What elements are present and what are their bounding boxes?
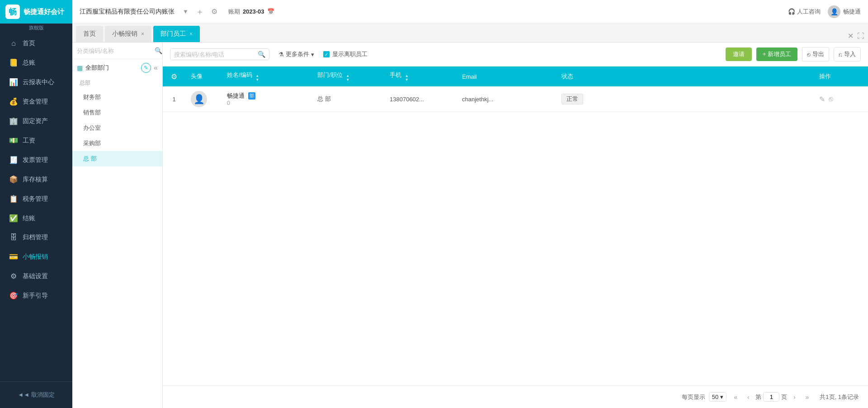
table-settings-icon[interactable]: ⚙ xyxy=(171,73,177,81)
last-page-button[interactable]: » xyxy=(802,392,812,403)
dept-sort-icon[interactable]: ▲▼ xyxy=(346,74,349,82)
calendar-icon[interactable]: 📅 xyxy=(267,8,274,15)
table-header-row: ⚙ 头像 姓名/编码 ▲▼ 部门/职位 ▲▼ xyxy=(163,66,868,86)
dept-node-office[interactable]: 办公室 xyxy=(72,120,162,136)
dept-group-label: 总部 xyxy=(72,76,162,90)
employee-search-icon[interactable]: 🔍 xyxy=(258,51,265,58)
sidebar-item-ledger[interactable]: 📒 总账 xyxy=(0,53,72,72)
delete-button[interactable]: ⎋ xyxy=(829,95,833,104)
sidebar-item-inventory[interactable]: 📦 库存核算 xyxy=(0,170,72,189)
app-name: 畅捷通好会计 xyxy=(24,8,64,16)
employee-table-container: ⚙ 头像 姓名/编码 ▲▼ 部门/职位 ▲▼ xyxy=(163,66,868,385)
sidebar-item-salary[interactable]: 💵 工资 xyxy=(0,131,72,150)
dept-node-general-label: 总 部 xyxy=(83,155,97,162)
tab-dept-employee[interactable]: 部门员工 × xyxy=(153,26,200,42)
page-size-label: 每页显示 xyxy=(682,393,705,401)
page-size-dropdown-icon: ▾ xyxy=(720,394,723,400)
page-unit: 页 xyxy=(781,393,787,401)
tab-expense-close[interactable]: × xyxy=(141,31,144,37)
cancel-fix-button[interactable]: ◄◄ 取消固定 xyxy=(0,386,72,403)
resigned-checkbox[interactable]: ✓ xyxy=(323,51,330,57)
row-avatar: 👤 xyxy=(185,86,222,112)
tab-close-all-icon[interactable]: ✕ xyxy=(848,32,854,40)
tab-dept-close[interactable]: × xyxy=(189,31,193,37)
checkout-icon: ✅ xyxy=(9,214,18,223)
sidebar-label-inventory: 库存核算 xyxy=(23,176,48,184)
dept-panel: 🔍 ▦ 全部部门 ✎ « 总部 财务部 销售部 办公室 xyxy=(72,43,163,408)
sidebar-item-assets[interactable]: 🏢 固定资产 xyxy=(0,111,72,131)
employee-search-input[interactable] xyxy=(174,51,256,58)
export-button[interactable]: ⎋ 导出 xyxy=(802,47,829,62)
col-dept[interactable]: 部门/职位 ▲▼ xyxy=(312,66,384,86)
prev-page-button[interactable]: ‹ xyxy=(743,392,754,403)
dept-node-purchase[interactable]: 采购部 xyxy=(72,136,162,151)
employee-table: ⚙ 头像 姓名/编码 ▲▼ 部门/职位 ▲▼ xyxy=(163,66,868,112)
home-icon: ⌂ xyxy=(9,39,18,47)
dept-grid-icon: ▦ xyxy=(77,64,83,71)
dept-collapse-icon[interactable]: « xyxy=(154,64,158,72)
user-avatar-icon: 👤 xyxy=(828,5,840,18)
row-dept: 总 部 xyxy=(312,86,384,112)
dept-node-sales-label: 销售部 xyxy=(83,109,101,116)
sidebar-item-checkout[interactable]: ✅ 结账 xyxy=(0,209,72,228)
phone-sort-icon[interactable]: ▲▼ xyxy=(405,74,409,82)
sidebar-item-invoice[interactable]: 🧾 发票管理 xyxy=(0,150,72,170)
total-info: 共1页, 1条记录 xyxy=(820,393,859,401)
sidebar-label-ledger: 总账 xyxy=(23,59,35,67)
reports-icon: 📊 xyxy=(9,78,18,86)
more-filter-label: 更多条件 xyxy=(286,50,309,58)
settings-icon: ⚙ xyxy=(9,272,18,280)
sidebar-item-archive[interactable]: 🗄 归档管理 xyxy=(0,228,72,247)
sidebar-item-reports[interactable]: 📊 云报表中心 xyxy=(0,72,72,92)
page-size-select[interactable]: 50 ▾ xyxy=(709,392,726,402)
edit-button[interactable]: ✎ xyxy=(819,95,825,104)
page-nav: « ‹ 第 页 › » xyxy=(730,392,812,403)
sidebar-item-guide[interactable]: 🎯 新手引导 xyxy=(0,286,72,305)
logo-icon: 畅 xyxy=(5,5,20,19)
headset-icon: 🎧 xyxy=(788,8,795,15)
header-settings-icon[interactable]: ⚙ xyxy=(211,7,217,16)
invite-button[interactable]: 邀请 xyxy=(726,47,752,61)
page-label: 第 xyxy=(755,393,761,401)
dept-search-icon[interactable]: 🔍 xyxy=(155,47,162,54)
sidebar-item-home[interactable]: ⌂ 首页 xyxy=(0,34,72,53)
dept-node-sales[interactable]: 销售部 xyxy=(72,105,162,120)
main-area: 江西服宝精品有限责任公司内账张 ▼ ＋ ⚙ 账期 2023-03 📅 🎧 人工咨… xyxy=(72,0,868,408)
tab-expense[interactable]: 小畅报销 × xyxy=(105,26,151,42)
tabs-bar: 首页 小畅报销 × 部门员工 × ✕ ⛶ xyxy=(72,24,868,43)
sidebar-item-tax[interactable]: 📋 税务管理 xyxy=(0,189,72,209)
add-employee-button[interactable]: + 新增员工 xyxy=(756,47,797,61)
dept-badge: 部 xyxy=(248,92,255,100)
sidebar-item-funds[interactable]: 💰 资金管理 xyxy=(0,92,72,111)
employee-search-box: 🔍 xyxy=(170,48,269,60)
show-resigned-toggle[interactable]: ✓ 显示离职员工 xyxy=(323,50,368,58)
user-button[interactable]: 👤 畅捷通 xyxy=(828,5,861,18)
next-page-button[interactable]: › xyxy=(789,392,800,403)
salary-icon: 💵 xyxy=(9,136,18,145)
import-button[interactable]: ⎌ 导入 xyxy=(834,47,861,62)
consult-button[interactable]: 🎧 人工咨询 xyxy=(788,8,821,16)
col-phone[interactable]: 手机 ▲▼ xyxy=(384,66,457,86)
more-filter-button[interactable]: ⚗ 更多条件 ▾ xyxy=(274,48,319,60)
col-name[interactable]: 姓名/编码 ▲▼ xyxy=(222,66,312,86)
dept-edit-button[interactable]: ✎ xyxy=(141,63,151,73)
tab-expand-icon[interactable]: ⛶ xyxy=(857,32,864,40)
name-sort-icon[interactable]: ▲▼ xyxy=(255,74,259,82)
dept-node-general[interactable]: 总 部 xyxy=(72,151,162,166)
first-page-button[interactable]: « xyxy=(730,392,741,403)
tab-home-label: 首页 xyxy=(83,30,96,38)
col-settings[interactable]: ⚙ xyxy=(163,66,185,86)
sidebar-item-settings[interactable]: ⚙ 基础设置 xyxy=(0,266,72,286)
add-company-button[interactable]: ＋ xyxy=(196,6,204,17)
cancel-fix-label: ◄◄ 取消固定 xyxy=(18,391,54,399)
sidebar-item-expense[interactable]: 💳 小畅报销 xyxy=(0,247,72,266)
page-input[interactable] xyxy=(763,392,779,402)
company-dropdown-icon[interactable]: ▼ xyxy=(183,8,189,15)
top-header: 江西服宝精品有限责任公司内账张 ▼ ＋ ⚙ 账期 2023-03 📅 🎧 人工咨… xyxy=(72,0,868,24)
dept-node-finance[interactable]: 财务部 xyxy=(72,90,162,105)
sidebar-label-settings: 基础设置 xyxy=(23,272,48,280)
dept-search-input[interactable] xyxy=(77,47,153,54)
avatar: 👤 xyxy=(191,91,207,107)
tab-home[interactable]: 首页 xyxy=(76,26,103,42)
sidebar-label-guide: 新手引导 xyxy=(23,292,48,300)
